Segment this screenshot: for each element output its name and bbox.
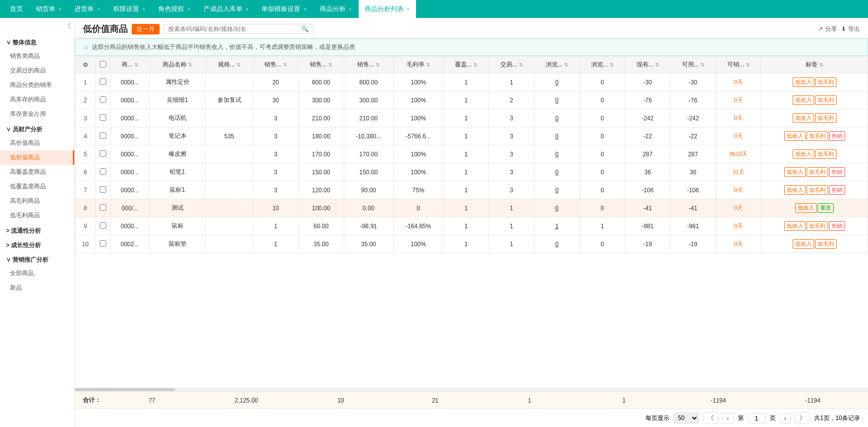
row-num: 1 — [75, 73, 96, 91]
sidebar-item-high-value[interactable]: 高价值商品 — [0, 136, 74, 150]
row-views2: 0 — [580, 127, 625, 145]
share-button[interactable]: ↗ 分享 — [818, 25, 837, 33]
scroll-thumb[interactable] — [75, 388, 175, 391]
days-badge: 31天 — [733, 169, 744, 175]
tag: 低收入 — [784, 185, 806, 195]
sidebar-item-high-profit[interactable]: 高毛利商品 — [0, 194, 74, 208]
nav-home[interactable]: 首页 — [4, 0, 29, 18]
sidebar-item-category-sales[interactable]: 商品分类的销率 — [0, 78, 74, 92]
row-checkbox[interactable] — [100, 96, 106, 103]
search-box: 🔍 — [164, 24, 313, 34]
row-checkbox[interactable] — [100, 204, 106, 211]
nav-template-close[interactable]: × — [303, 6, 306, 12]
search-input[interactable] — [168, 25, 301, 32]
row-checkbox[interactable] — [100, 240, 106, 247]
nav-warehouse-close[interactable]: × — [245, 6, 248, 12]
nav-permissions[interactable]: 权限设置 × — [107, 0, 151, 18]
sidebar-collapse-btn[interactable]: 《 — [63, 21, 71, 30]
row-spec — [206, 145, 253, 163]
row-amount: 300.00 — [344, 91, 393, 109]
sidebar-item-traded[interactable]: 交易过的商品 — [0, 63, 74, 78]
prev-page-btn[interactable]: ‹ — [722, 413, 733, 424]
row-checkbox[interactable] — [100, 186, 106, 193]
nav-analysis-list-close[interactable]: × — [407, 6, 410, 12]
row-transaction: 1 — [489, 235, 534, 253]
time-filter-button[interactable]: 近一月 — [132, 24, 160, 34]
nav-sales[interactable]: 销货单 × — [30, 0, 67, 18]
sidebar-item-sales-goods[interactable]: 销售类商品 — [0, 49, 74, 63]
row-views1: 0 — [534, 181, 580, 199]
row-spec — [206, 109, 253, 127]
sidebar-group-overall[interactable]: ∨ 整体信息 — [0, 34, 74, 49]
select-all-checkbox[interactable] — [100, 61, 106, 67]
sidebar-group-financial[interactable]: ∨ 员财产分析 — [0, 121, 74, 136]
export-button[interactable]: ⬇ 导出 — [841, 25, 860, 33]
days-badge: 8610天 — [729, 151, 747, 157]
tag: 低毛利 — [815, 113, 837, 123]
nav-template[interactable]: 单据模板设置 × — [255, 0, 312, 18]
days-badge: 0天 — [734, 133, 743, 139]
col-name: 商品名称 ⇅ — [149, 56, 206, 73]
nav-analysis[interactable]: 商品分析 × — [314, 0, 358, 18]
page-size-select[interactable]: 50 100 200 — [673, 413, 699, 424]
row-checkbox[interactable] — [100, 150, 106, 157]
col-views2: 浏览... ⇅ — [580, 56, 625, 73]
footer-views1: 1 — [515, 397, 545, 404]
sidebar-item-low-profit[interactable]: 低毛利商品 — [0, 208, 74, 223]
row-transaction: 1 — [489, 199, 534, 217]
page-number-input[interactable] — [748, 413, 766, 424]
row-checkbox-cell — [96, 199, 111, 217]
sidebar-item-high-stock[interactable]: 高库存的商品 — [0, 92, 74, 107]
sidebar-item-all-goods[interactable]: 全部商品 — [0, 266, 74, 281]
nav-purchase-close[interactable]: × — [97, 6, 100, 12]
nav-warehouse[interactable]: 产成品入库单 × — [198, 0, 254, 18]
row-qty: 3 — [253, 163, 298, 181]
row-spec: 535 — [206, 127, 253, 145]
col-qty: 销售... ⇅ — [253, 56, 298, 73]
col-coverage: 覆盖... ⇅ — [443, 56, 489, 73]
row-saleable: 31天 — [716, 163, 761, 181]
col-settings[interactable]: ⚙ — [75, 56, 96, 73]
sidebar-group-circulation[interactable]: > 流通性分析 — [0, 223, 74, 237]
sidebar-item-low-value[interactable]: 低价值商品 — [0, 150, 74, 165]
row-spec — [206, 73, 253, 91]
row-available: -242 — [670, 109, 716, 127]
sidebar-item-low-coverage[interactable]: 低覆盖度商品 — [0, 179, 74, 194]
nav-permissions-close[interactable]: × — [142, 6, 145, 12]
nav-roles-close[interactable]: × — [187, 6, 190, 12]
row-checkbox[interactable] — [100, 78, 106, 85]
table-row: 3 0000... 电话机 3 210.00 210.00 100% 1 3 0… — [75, 109, 868, 127]
next-page-btn[interactable]: › — [780, 413, 791, 424]
nav-analysis-close[interactable]: × — [349, 6, 352, 12]
row-coverage: 1 — [443, 235, 489, 253]
row-checkbox[interactable] — [100, 132, 106, 139]
row-checkbox[interactable] — [100, 168, 106, 175]
sidebar-group-marketing[interactable]: ∨ 营销推广分析 — [0, 252, 74, 266]
row-price: 300.00 — [298, 91, 344, 109]
sidebar-group-growth[interactable]: > 成长性分析 — [0, 237, 74, 252]
sidebar-item-stock-capital[interactable]: 库存资金占用 — [0, 107, 74, 121]
nav-roles[interactable]: 角色授权 × — [152, 0, 196, 18]
row-checkbox[interactable] — [100, 114, 106, 121]
row-checkbox-cell — [96, 91, 111, 109]
sidebar-item-high-coverage[interactable]: 高覆盖度商品 — [0, 165, 74, 179]
row-tags: 低收入低毛利热销 — [761, 217, 868, 235]
nav-sales-close[interactable]: × — [58, 6, 61, 12]
row-tags: 低收入低毛利 — [761, 145, 868, 163]
row-transaction: 3 — [489, 145, 534, 163]
horizontal-scrollbar[interactable] — [75, 388, 868, 392]
last-page-btn[interactable]: 》 — [795, 412, 810, 424]
row-available: -19 — [670, 235, 716, 253]
search-icon[interactable]: 🔍 — [301, 25, 309, 32]
sidebar-item-new-goods[interactable]: 新品 — [0, 281, 74, 295]
row-name: 鼠标1 — [149, 181, 206, 199]
nav-purchase[interactable]: 进货单 × — [68, 0, 106, 18]
row-margin: 100% — [393, 235, 443, 253]
row-checkbox[interactable] — [100, 222, 106, 229]
row-name: 测试 — [149, 199, 206, 217]
nav-analysis-list[interactable]: 商品分析列表 × — [359, 0, 416, 18]
row-views1: 1 — [534, 217, 580, 235]
days-badge: 0天 — [734, 187, 743, 193]
first-page-btn[interactable]: 《 — [703, 412, 718, 424]
tag: 低收入 — [784, 221, 806, 231]
